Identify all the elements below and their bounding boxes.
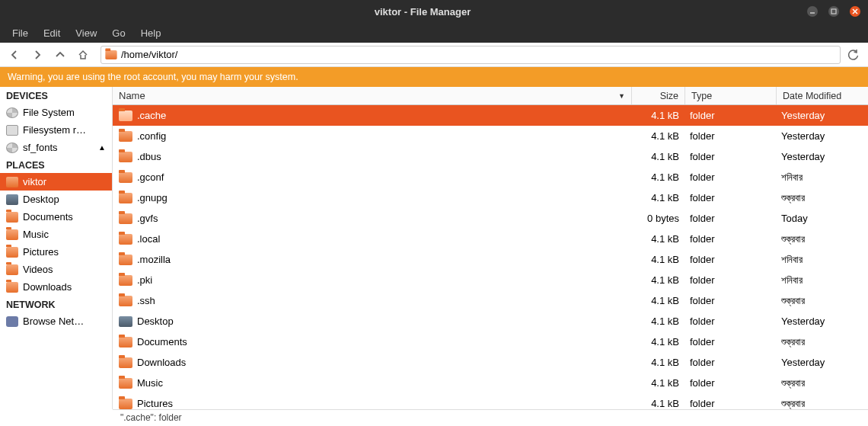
sidebar-item-label: Pictures [23, 246, 106, 258]
file-size: 4.1 kB [632, 274, 685, 286]
sidebar-item-browse-net-[interactable]: Browse Net… [0, 312, 112, 330]
file-name: .ssh [137, 295, 155, 306]
file-type: folder [685, 398, 777, 409]
file-size: 4.1 kB [632, 233, 685, 245]
file-name: Music [137, 377, 163, 389]
sidebar-item-file-system[interactable]: File System [0, 104, 112, 121]
file-list[interactable]: .cache4.1 kBfolderYesterday.config4.1 kB… [113, 105, 868, 409]
file-size: 4.1 kB [632, 110, 685, 121]
home-button[interactable] [73, 45, 93, 65]
file-row[interactable]: .pki4.1 kBfolderশনিবার [113, 270, 868, 290]
menu-edit[interactable]: Edit [36, 25, 68, 41]
file-type: folder [685, 315, 777, 327]
file-name: .gvfs [137, 213, 158, 224]
column-type[interactable]: Type [685, 87, 777, 104]
drive-icon [6, 125, 18, 136]
sidebar-item-label: Documents [23, 211, 106, 223]
file-row[interactable]: Documents4.1 kBfolderশুক্রবার [113, 332, 868, 352]
sidebar-item-music[interactable]: Music [0, 226, 112, 243]
sidebar-item-label: sf_fonts [23, 142, 94, 153]
file-row[interactable]: .local4.1 kBfolderশুক্রবার [113, 229, 868, 249]
sidebar-header: DEVICES [0, 87, 112, 104]
file-row[interactable]: Music4.1 kBfolderশুক্রবার [113, 373, 868, 393]
file-date: Yesterday [777, 110, 868, 121]
column-size[interactable]: Size [632, 87, 685, 104]
path-box[interactable] [101, 46, 841, 64]
file-type: folder [685, 151, 777, 162]
file-name: .cache [137, 110, 166, 121]
file-type: folder [685, 213, 777, 224]
folder-icon [119, 296, 132, 306]
file-date: শুক্রবার [777, 192, 868, 204]
sidebar-item-pictures[interactable]: Pictures [0, 243, 112, 261]
file-type: folder [685, 233, 777, 245]
folder-icon [119, 152, 132, 162]
sidebar-item-filesystem-r-[interactable]: Filesystem r… [0, 121, 112, 139]
titlebar: viktor - File Manager [0, 0, 868, 23]
reload-button[interactable] [844, 45, 863, 65]
net-icon [6, 316, 18, 327]
eject-icon[interactable]: ▲ [98, 143, 106, 152]
up-button[interactable] [50, 45, 70, 65]
back-button[interactable] [5, 45, 24, 65]
folder-icon [119, 172, 132, 183]
file-area: Name▼ Size Type Date Modified .cache4.1 … [113, 87, 868, 409]
sidebar-item-sf-fonts[interactable]: sf_fonts▲ [0, 139, 112, 156]
menu-help[interactable]: Help [133, 25, 169, 41]
file-size: 4.1 kB [632, 336, 685, 348]
window-title: viktor - File Manager [46, 6, 799, 18]
file-size: 4.1 kB [632, 398, 685, 409]
sidebar-item-label: viktor [23, 176, 106, 187]
menu-file[interactable]: File [5, 25, 36, 41]
sidebar-item-desktop[interactable]: Desktop [0, 191, 112, 208]
path-input[interactable] [121, 49, 837, 60]
menu-view[interactable]: View [68, 25, 104, 41]
file-row[interactable]: .cache4.1 kBfolderYesterday [113, 105, 868, 126]
file-row[interactable]: Downloads4.1 kBfolderYesterday [113, 352, 868, 373]
file-name: Downloads [137, 357, 186, 368]
file-name: Desktop [137, 315, 174, 327]
file-type: folder [685, 377, 777, 389]
close-button[interactable] [850, 6, 860, 17]
forward-button[interactable] [27, 45, 47, 65]
column-date[interactable]: Date Modified [777, 87, 868, 104]
file-row[interactable]: .config4.1 kBfolderYesterday [113, 126, 868, 146]
maximize-button[interactable] [828, 6, 839, 17]
file-row[interactable]: Pictures4.1 kBfolderশুক্রবার [113, 393, 868, 409]
sidebar-item-label: Music [23, 229, 106, 240]
file-row[interactable]: .mozilla4.1 kBfolderশনিবার [113, 249, 868, 270]
file-type: folder [685, 336, 777, 348]
file-row[interactable]: .ssh4.1 kBfolderশুক্রবার [113, 290, 868, 311]
status-bar: ".cache": folder [113, 409, 868, 424]
sidebar-item-videos[interactable]: Videos [0, 261, 112, 278]
file-row[interactable]: .dbus4.1 kBfolderYesterday [113, 146, 868, 167]
sidebar-header: NETWORK [0, 296, 112, 312]
file-size: 0 bytes [632, 213, 685, 224]
sidebar-item-viktor[interactable]: viktor [0, 173, 112, 191]
file-type: folder [685, 254, 777, 265]
file-date: Yesterday [777, 130, 868, 142]
minimize-button[interactable] [807, 6, 818, 17]
svg-rect-1 [831, 9, 836, 14]
folder-icon [119, 255, 132, 265]
folder-icon [105, 50, 116, 59]
sidebar-item-label: Browse Net… [23, 315, 106, 327]
sidebar-item-downloads[interactable]: Downloads [0, 278, 112, 296]
folder-icon [6, 247, 18, 258]
file-row[interactable]: .gnupg4.1 kBfolderশুক্রবার [113, 187, 868, 208]
file-name: .gnupg [137, 192, 168, 203]
file-size: 4.1 kB [632, 130, 685, 142]
desktop-icon [119, 316, 132, 327]
file-date: শুক্রবার [777, 377, 868, 389]
file-row[interactable]: .gconf4.1 kBfolderশনিবার [113, 167, 868, 187]
file-date: Yesterday [777, 357, 868, 368]
file-row[interactable]: .gvfs0 bytesfolderToday [113, 208, 868, 229]
menu-go[interactable]: Go [104, 25, 132, 41]
file-name: .gconf [137, 171, 164, 183]
folder-icon [6, 264, 18, 275]
folder-icon [119, 275, 132, 286]
file-row[interactable]: Desktop4.1 kBfolderYesterday [113, 311, 868, 332]
file-size: 4.1 kB [632, 295, 685, 306]
sidebar-item-documents[interactable]: Documents [0, 208, 112, 226]
column-name[interactable]: Name▼ [113, 87, 632, 104]
